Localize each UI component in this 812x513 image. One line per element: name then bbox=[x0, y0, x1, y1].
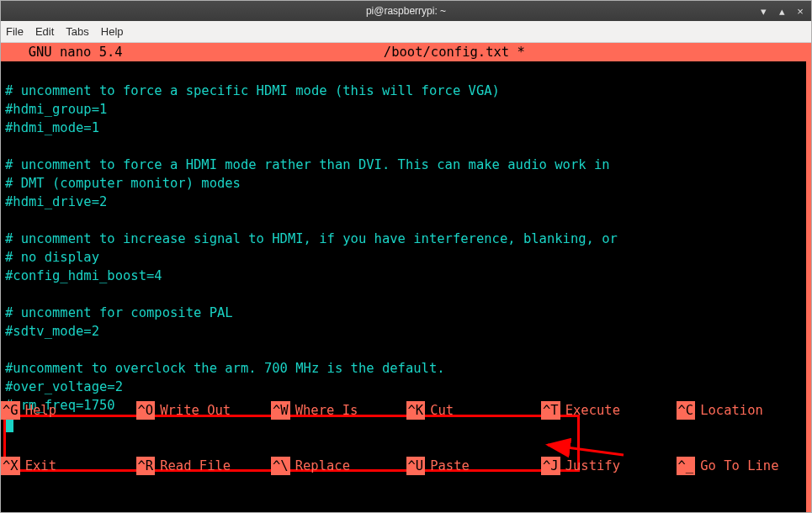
shortcut-key: ^C bbox=[677, 401, 696, 420]
file-content[interactable]: # uncomment to force a specific HDMI mod… bbox=[1, 61, 811, 415]
shortcut-item: ^JJustify bbox=[541, 457, 677, 475]
shortcut-item: ^XExit bbox=[1, 457, 136, 475]
shortcut-key: ^J bbox=[541, 457, 560, 475]
shortcut-item: ^RRead File bbox=[136, 457, 272, 475]
menu-edit[interactable]: Edit bbox=[35, 25, 54, 38]
window-title: pi@raspberrypi: ~ bbox=[366, 5, 446, 17]
shortcut-label: Write Out bbox=[155, 401, 231, 420]
shortcut-key: ^_ bbox=[677, 457, 696, 475]
shortcut-item: ^\Replace bbox=[271, 457, 406, 475]
minimize-icon[interactable]: ▾ bbox=[757, 5, 769, 18]
menubar: File Edit Tabs Help bbox=[1, 21, 811, 43]
nano-app-name: GNU nano 5.4 bbox=[1, 43, 123, 61]
shortcut-key: ^X bbox=[1, 457, 20, 475]
shortcut-key: ^T bbox=[541, 401, 560, 420]
shortcut-item: ^UPaste bbox=[406, 457, 542, 475]
shortcut-item: ^OWrite Out bbox=[136, 401, 272, 420]
maximize-icon[interactable]: ▴ bbox=[776, 5, 788, 18]
shortcut-label: Exit bbox=[20, 457, 56, 475]
shortcut-key: ^O bbox=[136, 401, 156, 420]
shortcut-key: ^\ bbox=[271, 457, 290, 475]
shortcut-label: Cut bbox=[425, 401, 454, 420]
terminal-area[interactable]: GNU nano 5.4 /boot/config.txt * # uncomm… bbox=[1, 43, 811, 512]
shortcut-label: Justify bbox=[560, 457, 620, 475]
shortcut-label: Where Is bbox=[290, 401, 358, 420]
shortcut-label: Help bbox=[20, 401, 56, 420]
shortcut-item: ^GHelp bbox=[1, 401, 136, 420]
nano-file-name: /boot/config.txt * bbox=[123, 43, 786, 61]
close-icon[interactable]: × bbox=[794, 5, 806, 18]
shortcut-item: ^KCut bbox=[406, 401, 542, 420]
shortcut-label: Replace bbox=[290, 457, 350, 475]
shortcut-label: Read File bbox=[155, 457, 231, 475]
menu-tabs[interactable]: Tabs bbox=[66, 25, 88, 38]
shortcut-label: Go To Line bbox=[695, 457, 778, 475]
window-controls: ▾ ▴ × bbox=[757, 1, 806, 21]
shortcut-label: Location bbox=[695, 401, 763, 420]
shortcut-key: ^G bbox=[1, 401, 20, 420]
shortcut-item: ^_Go To Line bbox=[677, 457, 812, 475]
titlebar[interactable]: pi@raspberrypi: ~ ▾ ▴ × bbox=[1, 1, 811, 21]
shortcut-key: ^W bbox=[271, 401, 290, 420]
terminal-window: pi@raspberrypi: ~ ▾ ▴ × File Edit Tabs H… bbox=[0, 0, 812, 513]
shortcut-key: ^U bbox=[406, 457, 426, 475]
shortcut-item: ^WWhere Is bbox=[271, 401, 406, 420]
shortcut-key: ^K bbox=[406, 401, 426, 420]
shortcut-item: ^TExecute bbox=[541, 401, 677, 420]
nano-shortcuts: ^GHelp^OWrite Out^WWhere Is^KCut^TExecut… bbox=[1, 364, 811, 512]
shortcut-key: ^R bbox=[136, 457, 156, 475]
shortcut-item: ^CLocation bbox=[677, 401, 812, 420]
menu-help[interactable]: Help bbox=[101, 25, 124, 38]
shortcut-label: Execute bbox=[560, 401, 620, 420]
nano-header: GNU nano 5.4 /boot/config.txt * bbox=[1, 43, 811, 61]
menu-file[interactable]: File bbox=[6, 25, 24, 38]
shortcut-label: Paste bbox=[425, 457, 470, 475]
